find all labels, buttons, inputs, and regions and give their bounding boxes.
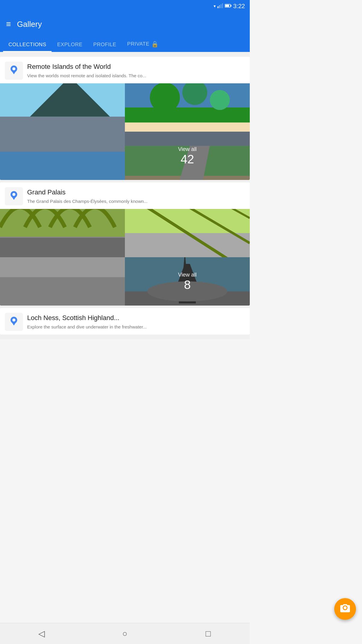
card-info-remote: Remote Islands of the World View the wor…: [27, 62, 245, 79]
battery-icon: [225, 4, 231, 9]
app-title: Gallery: [17, 20, 42, 29]
svg-rect-15: [0, 152, 125, 180]
content-area: G Remote Islands of the World View the w…: [0, 52, 250, 339]
tab-private[interactable]: PRIVATE 🔒: [122, 36, 164, 52]
svg-text:G: G: [13, 319, 15, 322]
collection-card-loch-ness: G Loch Ness, Scottish Highland... Explor…: [0, 308, 250, 335]
svg-rect-41: [125, 233, 250, 257]
card-header-remote: G Remote Islands of the World View the w…: [0, 57, 250, 83]
card-desc-remote: View the worlds most remote and isolated…: [27, 72, 245, 79]
svg-rect-3: [222, 3, 223, 8]
image-right-remote: View all 42: [125, 83, 250, 180]
card-info-grand: Grand Palais The Grand Palais des Champs…: [27, 188, 245, 204]
svg-rect-39: [0, 257, 125, 277]
status-icons: ▾ 3:22: [214, 3, 245, 10]
tabs-container: COLLECTIONS EXPLORE PROFILE PRIVATE 🔒: [0, 36, 250, 52]
card-title-remote: Remote Islands of the World: [27, 62, 245, 71]
lock-icon: 🔒: [151, 40, 159, 48]
image-top-right-remote[interactable]: [125, 83, 250, 132]
tab-collections[interactable]: COLLECTIONS: [3, 37, 52, 52]
status-bar: ▾ 3:22: [0, 0, 250, 12]
app-header: ≡ Gallery: [0, 12, 250, 36]
image-right-grand: View all 8: [125, 209, 250, 306]
svg-text:G: G: [13, 67, 15, 71]
view-all-text-remote: View all: [178, 146, 197, 152]
view-all-overlay-remote[interactable]: View all 42: [125, 132, 250, 180]
svg-text:G: G: [13, 193, 15, 196]
card-info-loch: Loch Ness, Scottish Highland... Explore …: [27, 314, 245, 330]
tab-profile[interactable]: PROFILE: [88, 37, 122, 52]
image-top-right-grand[interactable]: [125, 209, 250, 257]
svg-rect-0: [218, 6, 218, 8]
wifi-icon: ▾: [214, 4, 216, 8]
image-bottom-right-grand[interactable]: View all 8: [125, 257, 250, 306]
svg-rect-25: [125, 123, 250, 132]
card-title-grand: Grand Palais: [27, 188, 245, 197]
view-all-count-grand: 8: [184, 278, 191, 291]
svg-rect-6: [225, 5, 229, 7]
tab-explore[interactable]: EXPLORE: [52, 37, 88, 52]
image-grid-remote[interactable]: View all 42: [0, 83, 250, 180]
collection-card-remote-islands: G Remote Islands of the World View the w…: [0, 57, 250, 180]
maps-logo-grand: G: [5, 187, 23, 205]
svg-rect-5: [230, 5, 231, 7]
status-time: 3:22: [233, 3, 245, 10]
collection-card-grand-palais: G Grand Palais The Grand Palais des Cham…: [0, 182, 250, 306]
image-main-remote[interactable]: [0, 83, 125, 180]
svg-rect-1: [219, 5, 220, 8]
card-desc-loch: Explore the surface and dive underwater …: [27, 324, 245, 330]
svg-point-22: [150, 83, 180, 113]
view-all-text-grand: View all: [178, 272, 197, 278]
card-header-loch: G Loch Ness, Scottish Highland... Explor…: [0, 308, 250, 335]
svg-rect-37: [0, 277, 125, 306]
svg-point-24: [210, 90, 230, 110]
view-all-count-remote: 42: [181, 152, 194, 166]
signal-icon: [218, 3, 223, 9]
maps-logo-remote: G: [5, 62, 23, 80]
svg-rect-2: [221, 4, 221, 8]
menu-button[interactable]: ≡: [6, 20, 11, 28]
card-header-grand: G Grand Palais The Grand Palais des Cham…: [0, 182, 250, 209]
maps-logo-loch: G: [5, 313, 23, 331]
image-grid-grand[interactable]: View all 8: [0, 209, 250, 306]
card-desc-grand: The Grand Palais des Champs-Élysées, com…: [27, 198, 245, 204]
image-main-grand[interactable]: [0, 209, 125, 306]
image-bottom-right-remote[interactable]: View all 42: [125, 132, 250, 180]
card-title-loch: Loch Ness, Scottish Highland...: [27, 314, 245, 322]
view-all-overlay-grand[interactable]: View all 8: [125, 257, 250, 306]
